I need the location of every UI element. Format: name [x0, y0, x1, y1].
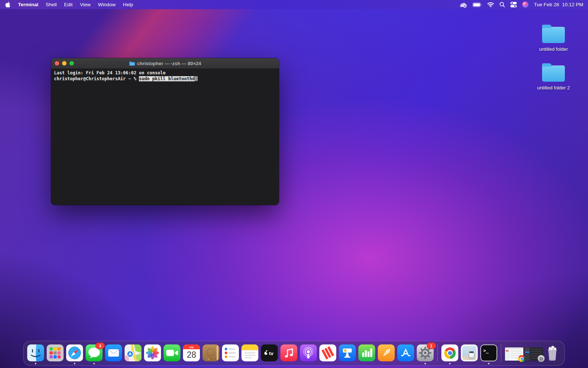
desktop-folder-2[interactable]: untitled folder 2 [526, 62, 581, 91]
dock-contacts[interactable] [202, 344, 219, 361]
dock-minwindow-light[interactable] [505, 344, 522, 361]
dock-music[interactable] [280, 344, 297, 361]
menu-edit[interactable]: Edit [60, 2, 76, 7]
svg-text:28: 28 [187, 350, 196, 360]
folder-label: untitled folder [539, 46, 568, 52]
folder-icon [542, 66, 565, 82]
notification-badge: 1 [427, 343, 436, 349]
status-icons [459, 1, 528, 8]
news-icon [319, 344, 336, 361]
terminal-window: ⌂ christopher — -zsh — 80×24 Last login:… [51, 58, 279, 205]
notes-icon [241, 344, 258, 361]
battery-icon[interactable] [473, 3, 482, 7]
apple-menu-icon[interactable] [0, 1, 14, 8]
dock-minwindow-dark[interactable]: ⚙ [524, 344, 541, 361]
dock-jarapp[interactable] [461, 344, 478, 361]
running-indicator [74, 363, 75, 364]
dock-launchpad[interactable] [47, 344, 64, 361]
tv-icon: tv [261, 344, 278, 361]
folder-icon [542, 27, 565, 43]
svg-text:⌂: ⌂ [131, 62, 133, 66]
menu-bar: Terminal ShellEditViewWindowHelp Tue Feb… [0, 0, 588, 9]
running-indicator [93, 363, 95, 364]
terminal-content[interactable]: Last login: Fri Feb 24 13:06:02 on conso… [51, 68, 279, 205]
menu-window[interactable]: Window [94, 2, 119, 7]
minimize-button[interactable] [62, 61, 67, 66]
dock-notes[interactable] [241, 344, 258, 361]
contacts-icon [202, 344, 219, 361]
dock-numbers[interactable] [358, 344, 375, 361]
running-indicator [35, 363, 36, 364]
menu-app-name[interactable]: Terminal [14, 2, 42, 7]
dock-finder[interactable] [27, 344, 44, 361]
menu-shell[interactable]: Shell [42, 2, 60, 7]
minwindow-light-icon [505, 347, 522, 361]
window-title: ⌂ christopher — -zsh — 80×24 [51, 61, 279, 66]
dock-maps[interactable] [125, 344, 141, 361]
terminal-titlebar[interactable]: ⌂ christopher — -zsh — 80×24 [51, 58, 279, 68]
reminders-icon [222, 344, 239, 361]
menu-view[interactable]: View [76, 2, 94, 7]
dock-photos[interactable] [144, 344, 161, 361]
dock-divider [501, 344, 501, 362]
launchpad-icon [47, 344, 64, 361]
dock-podcasts[interactable] [300, 344, 317, 361]
dock-trash[interactable] [544, 344, 561, 361]
svg-text:tv: tv [269, 351, 273, 356]
menu-clock[interactable]: Tue Feb 28 10:12 PM [534, 2, 583, 7]
desktop-folder-1[interactable]: untitled folder [526, 24, 581, 52]
window-controls [51, 61, 74, 66]
trash-icon [544, 344, 561, 361]
clock-time: 10:12 PM [562, 2, 583, 7]
dock-news[interactable] [319, 344, 336, 361]
minwindow-dark-icon: ⚙ [524, 347, 541, 361]
facetime-icon [164, 344, 180, 361]
maps-icon [125, 344, 141, 361]
jarapp-icon [461, 344, 478, 361]
terminal-prompt: christopher@ChristophersAir ~ % [54, 76, 139, 81]
proxy-folder-icon: ⌂ [129, 61, 135, 66]
menu-bar-left: Terminal ShellEditViewWindowHelp [0, 1, 137, 8]
keynote-icon [339, 344, 356, 361]
numbers-icon [358, 344, 375, 361]
dock-keynote[interactable] [339, 344, 356, 361]
calendar-icon: FEB28 [183, 344, 200, 361]
dock-chrome[interactable] [441, 344, 458, 361]
terminal-icon: >_ [480, 344, 497, 361]
dock-reminders[interactable] [222, 344, 239, 361]
dock-settings[interactable]: 1 [417, 344, 434, 361]
podcasts-icon [300, 344, 317, 361]
folder-label: untitled folder 2 [537, 85, 570, 91]
wifi-icon[interactable] [487, 2, 494, 7]
dock-pages[interactable] [378, 344, 395, 361]
menu-help[interactable]: Help [119, 2, 137, 7]
menu-items: ShellEditViewWindowHelp [42, 2, 137, 7]
spotlight-icon[interactable] [499, 2, 505, 7]
safari-icon [66, 344, 83, 361]
running-indicator [488, 363, 490, 364]
cloud-error-icon[interactable] [459, 2, 467, 8]
dock-facetime[interactable] [164, 344, 180, 361]
svg-text:FEB: FEB [189, 346, 194, 348]
window-title-text: christopher — -zsh — 80×24 [137, 61, 201, 66]
close-button[interactable] [55, 61, 59, 66]
dock-safari[interactable] [66, 344, 83, 361]
dock-appstore[interactable] [397, 344, 414, 361]
siri-icon[interactable] [522, 1, 528, 8]
dock-tv[interactable]: tv [261, 344, 278, 361]
desktop-background[interactable]: Terminal ShellEditViewWindowHelp Tue Feb… [0, 0, 588, 368]
terminal-last-login: Last login: Fri Feb 24 13:06:02 on conso… [54, 70, 165, 75]
dock: 3FEB28tv1>_⚙ [23, 341, 565, 366]
control-center-icon[interactable] [510, 2, 517, 7]
running-indicator [424, 363, 426, 364]
music-icon [280, 344, 297, 361]
dock-terminal[interactable]: >_ [480, 344, 497, 361]
notification-badge: 3 [96, 343, 105, 349]
zoom-button[interactable] [69, 61, 74, 66]
dock-mail[interactable] [105, 344, 122, 361]
dock-messages[interactable]: 3 [86, 344, 103, 361]
dock-calendar[interactable]: FEB28 [183, 344, 200, 361]
clock-date: Tue Feb 28 [534, 2, 559, 7]
menu-bar-status: Tue Feb 28 10:12 PM [459, 1, 588, 8]
chrome-icon [441, 344, 458, 361]
